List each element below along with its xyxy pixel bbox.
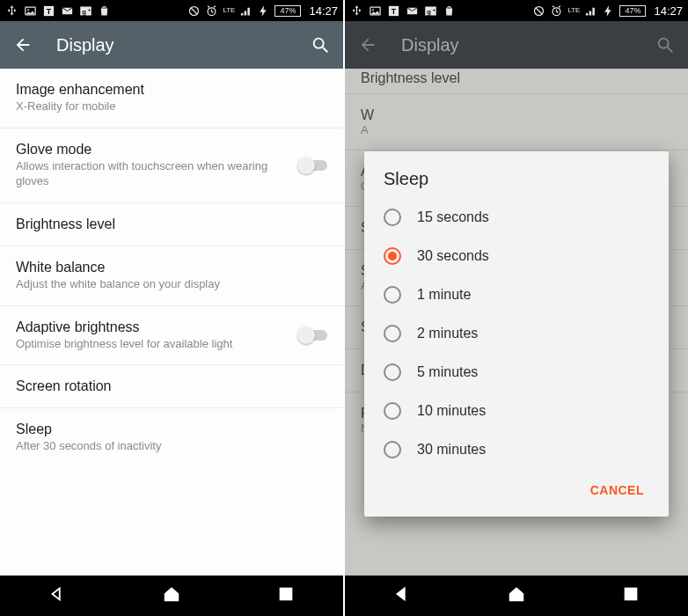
radio-label: 1 minute (417, 287, 471, 303)
svg-text:T: T (47, 6, 52, 15)
clock: 14:27 (309, 4, 338, 18)
svg-point-1 (27, 9, 29, 11)
search-button[interactable] (310, 34, 331, 55)
row-title: White balance (16, 260, 327, 275)
text-icon: T (387, 4, 400, 18)
signal-icon (584, 4, 597, 18)
svg-line-9 (191, 7, 198, 14)
row-subtitle: X-Reality for mobile (16, 99, 327, 114)
row-glove-mode[interactable]: Glove mode Allows interaction with touch… (0, 128, 343, 203)
adaptive-brightness-toggle[interactable] (297, 326, 327, 344)
text-icon: T (42, 4, 55, 18)
app-bar-dimmed: Display (345, 21, 688, 69)
row-subtitle: After 30 seconds of inactivity (16, 439, 327, 454)
nav-home-button[interactable] (507, 584, 526, 607)
row-subtitle: Optimise brightness level for available … (16, 337, 287, 352)
search-button (655, 34, 676, 55)
lte-label: LTE (223, 7, 235, 14)
row-title: Image enhancement (16, 82, 327, 98)
dialog-title: Sleep (364, 169, 669, 198)
sleep-option[interactable]: 30 seconds (364, 237, 669, 275)
shopping-icon (98, 4, 111, 18)
radio-label: 30 minutes (417, 442, 486, 458)
battery-pct: 47% (274, 5, 301, 17)
dialog-actions: CANCEL (364, 469, 669, 510)
cancel-button[interactable]: CANCEL (582, 476, 653, 504)
svg-text:g: g (82, 7, 86, 15)
svg-rect-13 (281, 589, 292, 600)
settings-list-dimmed: Brightness level WA AO li S SA S D Font … (345, 69, 688, 576)
image-icon (369, 4, 382, 18)
signal-icon (239, 4, 253, 18)
google-plus-icon: g+ (79, 4, 92, 18)
nav-back-button[interactable] (392, 584, 412, 607)
lte-label: LTE (567, 7, 580, 14)
bolt-icon (257, 4, 270, 18)
radio-label: 10 minutes (417, 403, 486, 419)
alarm-icon (550, 4, 563, 18)
status-bar: T g+ LTE 47% 14:27 (0, 0, 343, 21)
svg-text:+: + (432, 5, 435, 11)
sleep-option[interactable]: 15 seconds (364, 198, 669, 237)
svg-line-26 (668, 48, 673, 53)
battery-indicator: 47% (619, 5, 646, 17)
usb-icon (350, 4, 363, 18)
nav-home-button[interactable] (162, 584, 181, 607)
nav-back-button[interactable] (48, 584, 67, 607)
usb-icon (5, 4, 18, 18)
phone-right: T g+ LTE 47% 14:27 Display Brightness le… (345, 0, 688, 616)
radio-icon[interactable] (384, 209, 401, 226)
svg-text:T: T (392, 6, 397, 15)
svg-point-11 (314, 39, 324, 48)
status-bar: T g+ LTE 47% 14:27 (345, 0, 688, 21)
svg-text:g: g (427, 7, 431, 15)
page-title: Display (401, 35, 459, 55)
page-title: Display (56, 35, 114, 55)
do-not-disturb-icon (532, 4, 545, 18)
image-icon (24, 4, 37, 18)
shopping-icon (443, 4, 456, 18)
svg-line-12 (323, 48, 328, 53)
app-bar: Display (0, 21, 343, 69)
glove-mode-toggle[interactable] (297, 157, 327, 174)
sleep-option[interactable]: 10 minutes (364, 392, 669, 430)
sleep-option[interactable]: 1 minute (364, 275, 669, 314)
row-brightness-level[interactable]: Brightness level (0, 203, 343, 246)
do-not-disturb-icon (187, 4, 201, 18)
nav-recent-button[interactable] (276, 584, 296, 607)
google-plus-icon: g+ (424, 4, 437, 18)
battery-indicator: 47% (274, 5, 301, 17)
svg-point-15 (372, 9, 374, 11)
radio-icon[interactable] (384, 363, 401, 381)
sleep-option[interactable]: 2 minutes (364, 314, 669, 353)
back-button[interactable] (12, 34, 33, 55)
row-sleep[interactable]: Sleep After 30 seconds of inactivity (0, 408, 343, 467)
nav-recent-button[interactable] (621, 584, 640, 607)
sleep-option[interactable]: 5 minutes (364, 353, 669, 392)
sleep-dialog: Sleep 15 seconds30 seconds1 minute2 minu… (364, 151, 669, 517)
battery-pct: 47% (619, 5, 646, 17)
bolt-icon (602, 4, 615, 18)
row-title: Glove mode (16, 142, 287, 158)
row-title: Screen rotation (16, 378, 327, 394)
svg-point-25 (659, 39, 669, 48)
row-adaptive-brightness[interactable]: Adaptive brightness Optimise brightness … (0, 306, 343, 366)
row-screen-rotation[interactable]: Screen rotation (0, 365, 343, 408)
phone-left: T g+ LTE 47% 14:27 Display (0, 0, 343, 616)
radio-icon[interactable] (384, 286, 401, 304)
row-title: Sleep (16, 422, 327, 437)
mail-icon (61, 4, 74, 18)
radio-icon[interactable] (384, 247, 401, 265)
radio-label: 30 seconds (417, 248, 489, 264)
back-button (357, 34, 378, 55)
row-white-balance[interactable]: White balance Adjust the white balance o… (0, 246, 343, 306)
radio-icon[interactable] (384, 402, 401, 420)
radio-icon[interactable] (384, 441, 401, 458)
radio-icon[interactable] (384, 325, 401, 342)
row-image-enhancement[interactable]: Image enhancement X-Reality for mobile (0, 69, 343, 128)
settings-list: Image enhancement X-Reality for mobile G… (0, 69, 343, 576)
radio-label: 15 seconds (417, 209, 489, 225)
row-title: Adaptive brightness (16, 319, 287, 335)
nav-bar (0, 576, 343, 616)
sleep-option[interactable]: 30 minutes (364, 430, 669, 469)
